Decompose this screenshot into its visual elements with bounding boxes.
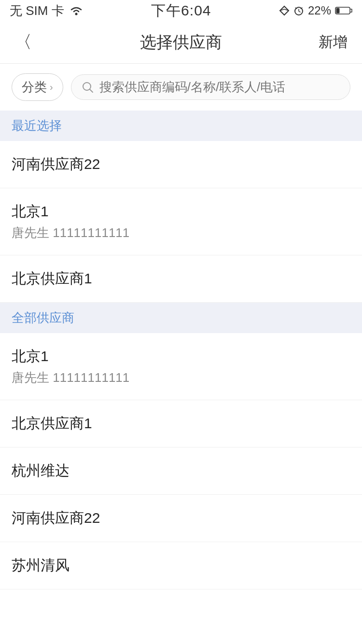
svg-rect-3 [336,8,339,14]
item-name: 北京供应商1 [12,414,350,434]
search-box[interactable] [71,74,350,100]
list-item[interactable]: 北京1唐先生 11111111111 [0,188,362,255]
item-name: 北京供应商1 [12,269,350,289]
list-item[interactable]: 北京1唐先生 11111111111 [0,333,362,400]
list-item[interactable]: 苏州清风 [0,542,362,589]
item-sub: 唐先生 11111111111 [12,224,350,241]
add-button[interactable]: 新增 [309,32,348,52]
category-label: 分类 [22,79,47,96]
list-item[interactable]: 河南供应商22 [0,141,362,188]
status-left: 无 SIM 卡 [10,2,84,19]
all-list: 北京1唐先生 11111111111北京供应商1杭州维达河南供应商22苏州清风 [0,333,362,589]
wifi-icon [69,5,84,16]
item-sub: 唐先生 11111111111 [12,369,350,386]
svg-point-0 [75,13,77,15]
filter-bar: 分类 › [0,64,362,111]
item-name: 杭州维达 [12,461,350,481]
battery-percent: 22% [308,4,331,17]
list-item[interactable]: 北京供应商1 [0,400,362,448]
recent-list: 河南供应商22北京1唐先生 11111111111北京供应商1 [0,141,362,303]
category-filter-button[interactable]: 分类 › [12,73,63,101]
list-item[interactable]: 河南供应商22 [0,495,362,542]
status-bar: 无 SIM 卡 下午6:04 22% [0,0,362,21]
list-item[interactable]: 杭州维达 [0,448,362,495]
alarm-icon [293,5,304,16]
item-name: 北京1 [12,202,350,222]
item-name: 北京1 [12,347,350,366]
page-title: 选择供应商 [53,31,309,54]
status-right: 22% [279,4,352,17]
item-name: 河南供应商22 [12,154,350,174]
nav-bar: 〈 选择供应商 新增 [0,21,362,64]
battery-icon [335,6,352,15]
location-icon [279,5,290,16]
all-section-header: 全部供应商 [0,303,362,333]
list-item[interactable]: 北京供应商1 [0,255,362,303]
search-input[interactable] [99,80,340,95]
back-button[interactable]: 〈 [14,30,53,54]
status-time: 下午6:04 [151,1,211,21]
item-name: 河南供应商22 [12,508,350,528]
item-name: 苏州清风 [12,556,350,575]
sim-label: 无 SIM 卡 [10,2,64,19]
search-icon [81,81,95,94]
recent-section-header: 最近选择 [0,111,362,141]
chevron-right-icon: › [50,82,53,93]
